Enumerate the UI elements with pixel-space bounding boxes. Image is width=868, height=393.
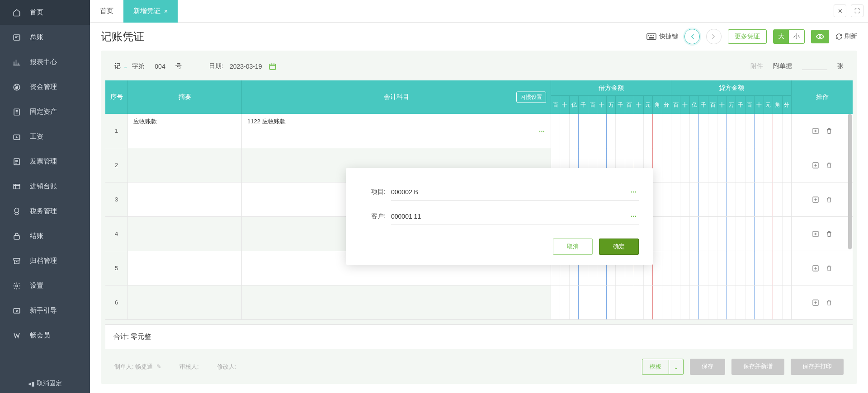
add-row-icon[interactable]	[812, 265, 819, 272]
total-row: 合计: 零元整	[105, 324, 853, 349]
credit-cell[interactable]	[671, 217, 792, 251]
subject-cell[interactable]	[242, 285, 551, 319]
template-button[interactable]: 模板 ⌄	[642, 359, 684, 375]
summary-cell[interactable]	[128, 251, 242, 285]
sidebar-item-reports[interactable]: 报表中心	[0, 50, 90, 75]
svg-point-10	[16, 310, 18, 311]
sidebar-item-ledger[interactable]: 总账	[0, 25, 90, 50]
sidebar-item-settings[interactable]: 设置	[0, 273, 90, 298]
chevron-down-icon[interactable]: ⌄	[669, 360, 683, 374]
table-scrollbar[interactable]	[848, 114, 852, 249]
delete-row-icon[interactable]	[826, 299, 833, 306]
calendar-icon[interactable]	[269, 62, 277, 70]
page-header: 记账凭证 快捷键 更多凭证 大 小 刷新	[90, 23, 868, 51]
debit-cell[interactable]	[551, 114, 671, 148]
edit-maker-icon[interactable]: ✎	[156, 363, 161, 370]
ok-button[interactable]: 确定	[599, 239, 639, 255]
cancel-button[interactable]: 取消	[553, 239, 593, 255]
close-icon[interactable]: ×	[164, 8, 168, 15]
credit-cell[interactable]	[671, 251, 792, 285]
lookup-icon[interactable]: ⋯	[631, 188, 637, 195]
credit-cell[interactable]	[671, 148, 792, 182]
footer-row: 制单人: 畅捷通 ✎ 审核人: 修改人: 模板 ⌄ 保存 保存并新增 保存并打印	[101, 349, 857, 375]
sidebar-item-label: 总账	[30, 33, 43, 42]
customer-input[interactable]: 000001 11 ⋯	[391, 208, 639, 225]
add-row-icon[interactable]	[812, 230, 819, 238]
sidebar-item-label: 资金管理	[30, 83, 57, 91]
delete-row-icon[interactable]	[826, 127, 833, 135]
sidebar-item-salary[interactable]: 工资	[0, 124, 90, 149]
row-seq: 4	[105, 217, 128, 251]
next-voucher-button[interactable]	[706, 29, 722, 44]
project-field: 项目: 000002 B ⋯	[360, 180, 639, 204]
invoice-icon	[12, 157, 22, 167]
credit-units: 百十亿千百十万千百十元角分	[671, 96, 791, 114]
delete-row-icon[interactable]	[826, 230, 833, 238]
row-seq: 2	[105, 148, 128, 182]
sidebar-item-assets[interactable]: 固定资产	[0, 99, 90, 124]
size-large[interactable]: 大	[774, 30, 789, 43]
summary-cell[interactable]	[128, 285, 242, 319]
more-vouchers-button[interactable]: 更多凭证	[728, 29, 767, 44]
more-icon[interactable]: ⋯	[539, 127, 545, 134]
credit-cell[interactable]	[671, 114, 792, 148]
tab-new-voucher[interactable]: 新增凭证 ×	[123, 0, 178, 23]
modifier-field: 修改人:	[217, 363, 236, 371]
add-row-icon[interactable]	[812, 162, 819, 169]
summary-cell[interactable]	[128, 217, 242, 251]
sidebar-item-home[interactable]: 首页	[0, 0, 90, 25]
refresh-button[interactable]: 刷新	[835, 33, 857, 41]
tabs-bar: 首页 新增凭证 × ✕	[90, 0, 868, 23]
delete-row-icon[interactable]	[826, 265, 833, 272]
summary-cell[interactable]	[128, 182, 242, 216]
tab-home[interactable]: 首页	[90, 0, 123, 23]
save-print-button[interactable]: 保存并打印	[791, 359, 844, 375]
debit-cell[interactable]	[551, 285, 671, 319]
svg-rect-6	[14, 235, 19, 239]
col-credit: 贷方金额 百十亿千百十万千百十元角分	[671, 80, 792, 114]
sidebar-item-label: 结账	[30, 232, 43, 240]
sidebar-item-tax[interactable]: 税务管理	[0, 199, 90, 224]
chevron-down-icon: ⌄	[123, 64, 127, 70]
row-seq: 6	[105, 285, 128, 319]
window-close-button[interactable]: ✕	[834, 5, 846, 17]
delete-row-icon[interactable]	[826, 162, 833, 169]
attachment-button[interactable]: 附件	[750, 62, 763, 70]
attach-count-input[interactable]	[802, 63, 827, 70]
yen-icon	[12, 82, 22, 92]
size-small[interactable]: 小	[789, 30, 804, 43]
sidebar-item-close[interactable]: 结账	[0, 224, 90, 248]
sidebar-item-label: 设置	[30, 281, 43, 290]
subject-cell[interactable]: 1122 应收账款⋯	[242, 114, 551, 148]
habit-settings-button[interactable]: 习惯设置	[516, 92, 546, 103]
svg-point-12	[648, 35, 649, 36]
summary-cell[interactable]	[128, 148, 242, 182]
credit-cell[interactable]	[671, 182, 792, 216]
fullscreen-button[interactable]	[851, 5, 863, 17]
add-row-icon[interactable]	[812, 127, 819, 135]
sidebar-item-inventory[interactable]: 进销台账	[0, 174, 90, 199]
main-area: 首页 新增凭证 × ✕ 记账凭证 快捷键 更多凭证	[90, 0, 868, 393]
archive-icon	[12, 256, 22, 266]
shortcut-hint[interactable]: 快捷键	[646, 33, 678, 41]
credit-cell[interactable]	[671, 285, 792, 319]
summary-cell[interactable]: 应收账款	[128, 114, 242, 148]
add-row-icon[interactable]	[812, 196, 819, 203]
sidebar-item-archive[interactable]: 归档管理	[0, 248, 90, 273]
voucher-type-select[interactable]: 记 ⌄	[114, 62, 127, 70]
save-button[interactable]: 保存	[690, 359, 725, 375]
sidebar-item-guide[interactable]: 新手引导	[0, 298, 90, 323]
voucher-number-input[interactable]: 004	[149, 63, 171, 70]
project-input[interactable]: 000002 B ⋯	[391, 183, 639, 201]
prev-voucher-button[interactable]	[684, 29, 700, 44]
add-row-icon[interactable]	[812, 299, 819, 306]
lookup-icon[interactable]: ⋯	[631, 213, 637, 220]
sidebar-unpin[interactable]: ◂▮ 取消固定	[0, 374, 90, 393]
save-new-button[interactable]: 保存并新增	[731, 359, 784, 375]
view-toggle-button[interactable]	[811, 30, 829, 43]
sidebar-item-vip[interactable]: 畅会员	[0, 323, 90, 348]
delete-row-icon[interactable]	[826, 196, 833, 203]
sidebar-item-invoice[interactable]: 发票管理	[0, 149, 90, 174]
sidebar-item-funds[interactable]: 资金管理	[0, 75, 90, 99]
voucher-date-input[interactable]: 2023-03-19	[230, 63, 262, 70]
